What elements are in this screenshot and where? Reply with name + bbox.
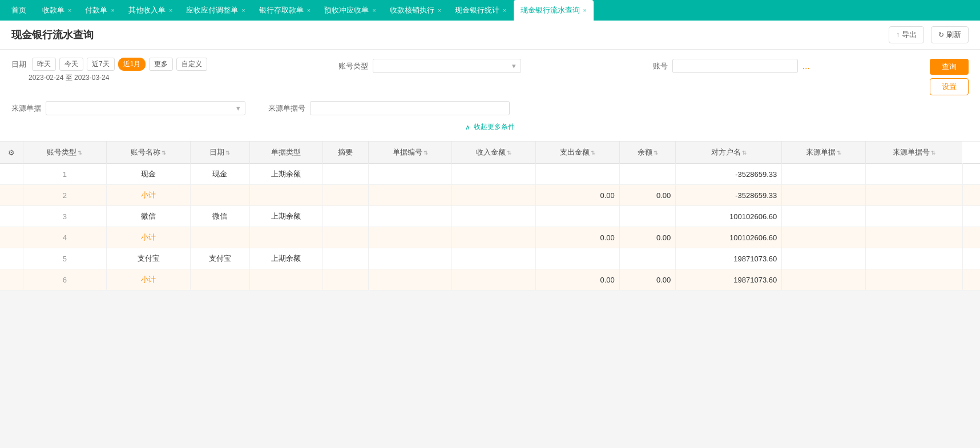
col-date[interactable]: 日期⇅ — [190, 142, 249, 164]
cell-summary — [368, 227, 452, 248]
nav-tab-collection[interactable]: 收款核销执行 × — [383, 0, 448, 21]
row-gear-cell — [0, 185, 23, 206]
close-fukuan-icon[interactable]: × — [111, 7, 114, 14]
close-shoukuan-icon[interactable]: × — [68, 7, 71, 14]
cell-doc-no — [452, 164, 536, 185]
date-7days-btn[interactable]: 近7天 — [87, 58, 115, 71]
row-number: 2 — [23, 185, 107, 206]
table-area: ⚙ 账号类型⇅ 账号名称⇅ 日期⇅ 单据类型 摘要 单据编号⇅ 收入金额⇅ — [0, 142, 980, 290]
cell-source-doc — [865, 164, 962, 185]
export-button[interactable]: ↑ 导出 — [889, 26, 924, 43]
cell-doc-type — [322, 269, 368, 290]
nav-tab-advance[interactable]: 预收冲应收单 × — [317, 0, 382, 21]
page-header: 现金银行流水查询 ↑ 导出 ↻ 刷新 — [0, 21, 980, 50]
cell-source-doc-no — [962, 185, 980, 206]
close-bank-deposit-icon[interactable]: × — [307, 7, 310, 14]
account-dots-button[interactable]: ... — [800, 61, 812, 71]
nav-tab-cash-stats[interactable]: 现金银行统计 × — [448, 0, 513, 21]
cell-income: 0.00 — [536, 269, 620, 290]
date-more-btn[interactable]: 更多 — [149, 58, 173, 71]
account-label: 账号 — [653, 61, 668, 71]
sort-date-icon: ⇅ — [225, 150, 230, 156]
top-navigation: 首页 收款单 × 付款单 × 其他收入单 × 应收应付调整单 × 银行存取款单 … — [0, 0, 980, 21]
date-yesterday-btn[interactable]: 昨天 — [32, 58, 56, 71]
cell-source-doc-no — [962, 206, 980, 227]
close-collection-icon[interactable]: × — [438, 7, 441, 14]
close-cash-stats-icon[interactable]: × — [503, 7, 506, 14]
col-settings[interactable]: ⚙ — [0, 142, 23, 164]
cell-source-doc-no — [962, 164, 980, 185]
page-title: 现金银行流水查询 — [11, 28, 94, 42]
date-options-group: 昨天 今天 近7天 近1月 更多 自定义 — [32, 58, 207, 71]
sort-source-doc-icon: ⇅ — [837, 150, 841, 156]
nav-tab-other-income[interactable]: 其他收入单 × — [122, 0, 179, 21]
nav-tab-shoukuan[interactable]: 收款单 × — [35, 0, 78, 21]
col-account-name[interactable]: 账号名称⇅ — [107, 142, 191, 164]
date-1month-btn[interactable]: 近1月 — [118, 58, 146, 71]
nav-tab-adjustment[interactable]: 应收应付调整单 × — [179, 0, 252, 21]
col-source-doc-no[interactable]: 来源单据号⇅ — [865, 142, 962, 164]
nav-tab-fukuan[interactable]: 付款单 × — [78, 0, 121, 21]
date-filter-label: 日期 — [11, 59, 26, 70]
account-type-label: 账号类型 — [338, 61, 368, 71]
cell-source-doc — [865, 227, 962, 248]
settings-button[interactable]: 设置 — [930, 78, 969, 95]
cell-expense — [619, 248, 675, 269]
close-other-income-icon[interactable]: × — [169, 7, 172, 14]
close-advance-icon[interactable]: × — [372, 7, 376, 14]
close-adjustment-icon[interactable]: × — [241, 7, 245, 14]
cell-account-type: 小计 — [107, 185, 191, 206]
col-account-type[interactable]: 账号类型⇅ — [23, 142, 107, 164]
account-input[interactable] — [672, 59, 798, 73]
cell-source-doc-no — [962, 227, 980, 248]
cell-source-doc — [865, 206, 962, 227]
col-doc-no[interactable]: 单据编号⇅ — [368, 142, 452, 164]
source-doc-arrow-icon: ▾ — [236, 104, 240, 112]
sort-balance-icon: ⇅ — [654, 150, 658, 156]
cell-counterparty — [782, 185, 866, 206]
nav-home[interactable]: 首页 — [2, 5, 35, 15]
cell-counterparty — [782, 269, 866, 290]
row-number: 6 — [23, 269, 107, 290]
sort-counterparty-icon: ⇅ — [742, 150, 747, 156]
date-today-btn[interactable]: 今天 — [59, 58, 83, 71]
col-summary: 摘要 — [322, 142, 368, 164]
cell-counterparty — [782, 206, 866, 227]
date-custom-btn[interactable]: 自定义 — [176, 58, 207, 71]
gear-icon[interactable]: ⚙ — [8, 148, 15, 157]
cell-account-type: 小计 — [107, 227, 191, 248]
collapse-bar[interactable]: ∧ 收起更多条件 — [11, 119, 969, 135]
cell-account-name: 现金 — [190, 164, 249, 185]
cell-income — [536, 164, 620, 185]
main-table: ⚙ 账号类型⇅ 账号名称⇅ 日期⇅ 单据类型 摘要 单据编号⇅ 收入金额⇅ — [0, 142, 980, 290]
query-button[interactable]: 查询 — [930, 59, 969, 75]
cell-balance: 100102606.60 — [676, 227, 782, 248]
cell-source-doc — [865, 248, 962, 269]
col-expense[interactable]: 支出金额⇅ — [536, 142, 620, 164]
refresh-button[interactable]: ↻ 刷新 — [931, 26, 969, 43]
col-balance[interactable]: 余额⇅ — [619, 142, 675, 164]
collapse-icon: ∧ — [465, 123, 470, 131]
col-source-doc[interactable]: 来源单据⇅ — [782, 142, 866, 164]
sort-account-name-icon: ⇅ — [162, 150, 166, 156]
cell-balance: 19871073.60 — [676, 269, 782, 290]
cell-summary — [368, 248, 452, 269]
row-number: 3 — [23, 206, 107, 227]
col-income[interactable]: 收入金额⇅ — [452, 142, 536, 164]
row-number: 1 — [23, 164, 107, 185]
table-row: 6小计0.000.0019871073.60 — [0, 269, 980, 290]
cell-date — [249, 227, 322, 248]
nav-tab-bank-deposit[interactable]: 银行存取款单 × — [252, 0, 317, 21]
cell-expense: 0.00 — [619, 227, 675, 248]
cell-summary — [368, 164, 452, 185]
source-doc-num-input[interactable] — [310, 101, 510, 115]
cell-date: 上期余额 — [249, 164, 322, 185]
cell-date — [249, 269, 322, 290]
nav-tab-cash-flow[interactable]: 现金银行流水查询 × — [514, 0, 594, 21]
col-counterparty[interactable]: 对方户名⇅ — [676, 142, 782, 164]
close-cash-flow-icon[interactable]: × — [583, 7, 587, 14]
account-type-select[interactable]: ▾ — [373, 59, 521, 73]
cell-doc-no — [452, 269, 536, 290]
cell-date — [249, 185, 322, 206]
source-doc-select[interactable]: ▾ — [46, 101, 245, 115]
